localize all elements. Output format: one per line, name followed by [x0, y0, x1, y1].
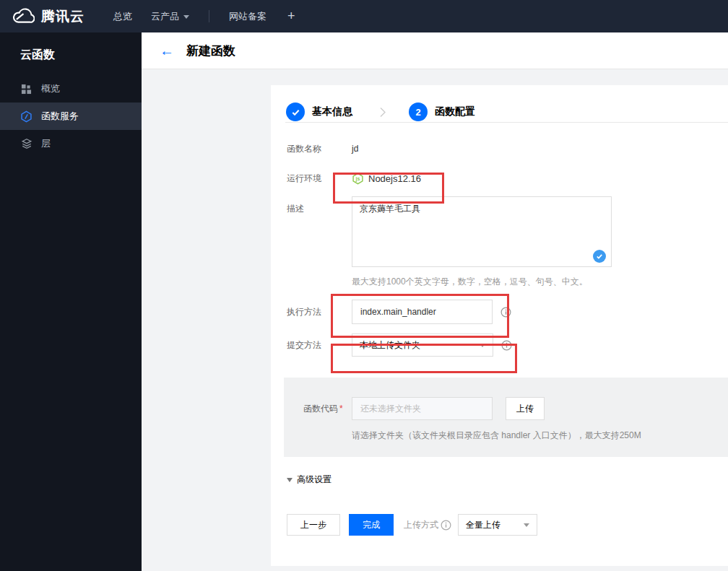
- sidebar-item-layers[interactable]: 层: [0, 130, 142, 157]
- upload-mode-select[interactable]: 全量上传: [458, 514, 537, 536]
- submit-method-value: 本地上传文件夹: [360, 339, 420, 352]
- layers-icon: [20, 138, 32, 150]
- folder-path-input[interactable]: [352, 397, 493, 420]
- nav-item-website-record[interactable]: 网站备案: [229, 10, 266, 23]
- tencent-cloud-logo-icon: [11, 8, 35, 25]
- handler-label: 执行方法: [287, 306, 352, 318]
- sidebar-item-label: 层: [41, 137, 51, 150]
- chevron-down-icon: [480, 344, 485, 347]
- function-name-value: jd: [352, 144, 358, 154]
- step1-label: 基本信息: [312, 105, 352, 118]
- function-code-hint: 请选择文件夹（该文件夹根目录应包含 handler 入口文件），最大支持250M: [352, 430, 708, 442]
- navbar-divider: [209, 10, 209, 22]
- advanced-settings-toggle[interactable]: 高级设置: [287, 474, 728, 486]
- handler-row: 执行方法: [271, 299, 728, 325]
- description-wrap: 京东薅羊毛工具: [352, 196, 612, 270]
- back-arrow-icon[interactable]: ←: [160, 43, 174, 58]
- page-title: 新建函数: [186, 43, 235, 59]
- nodejs-icon: js: [352, 173, 364, 185]
- sidebar-item-label: 函数服务: [41, 110, 79, 123]
- tencent-cloud-brand[interactable]: 腾讯云: [0, 7, 92, 26]
- function-code-section: 函数代码* 上传 请选择文件夹（该文件夹根目录应包含 handler 入口文件）…: [284, 378, 728, 457]
- description-row: 描述 京东薅羊毛工具: [271, 196, 728, 270]
- info-icon[interactable]: [501, 340, 512, 351]
- create-function-card: 基本信息 2 函数配置 函数名称 jd 运行环境 js Nodejs12.16: [271, 85, 728, 566]
- sidebar-item-overview[interactable]: 概览: [0, 75, 142, 103]
- upload-button[interactable]: 上传: [506, 397, 545, 420]
- description-label: 描述: [287, 196, 352, 215]
- svg-text:js: js: [355, 176, 360, 182]
- triangle-down-icon: [287, 478, 292, 482]
- sidebar-item-function-service[interactable]: 函数服务: [0, 103, 142, 130]
- wizard-steps: 基本信息 2 函数配置: [271, 85, 728, 122]
- info-icon[interactable]: [500, 307, 511, 318]
- sidebar-title: 云函数: [0, 32, 142, 75]
- brand-name: 腾讯云: [41, 7, 84, 26]
- advanced-settings-label: 高级设置: [297, 474, 332, 486]
- required-asterisk: *: [339, 404, 343, 414]
- previous-step-button[interactable]: 上一步: [287, 514, 340, 536]
- add-tab-button[interactable]: +: [287, 9, 295, 24]
- function-code-row: 函数代码* 上传: [303, 397, 728, 420]
- finish-button[interactable]: 完成: [349, 514, 394, 536]
- nav-item-cloud-products[interactable]: 云产品: [151, 10, 189, 23]
- function-code-label: 函数代码*: [303, 403, 352, 415]
- chevron-down-icon: [183, 15, 189, 19]
- chevron-right-icon: [378, 106, 387, 118]
- step2-label: 函数配置: [435, 105, 475, 118]
- submit-method-select[interactable]: 本地上传文件夹: [352, 334, 493, 357]
- description-hint: 最大支持1000个英文字母，数字，空格，逗号、句号、中文。: [352, 276, 728, 288]
- top-navbar: 腾讯云 总览 云产品 网站备案 +: [0, 0, 728, 32]
- function-name-label: 函数名称: [287, 143, 352, 155]
- navbar-menu: 总览 云产品 网站备案 +: [104, 9, 295, 24]
- step1-check-icon: [286, 103, 305, 121]
- submit-method-label: 提交方法: [287, 339, 352, 352]
- function-hexagon-icon: [20, 110, 32, 123]
- runtime-value: js Nodejs12.16: [352, 173, 421, 185]
- upload-mode-label: 上传方式: [404, 519, 451, 531]
- info-icon[interactable]: [441, 520, 451, 531]
- footer-actions: 上一步 完成 上传方式 全量上传: [287, 514, 728, 536]
- function-name-row: 函数名称 jd: [271, 141, 728, 156]
- chevron-down-icon: [524, 523, 529, 527]
- description-textarea[interactable]: 京东薅羊毛工具: [352, 196, 612, 267]
- sidebar: 云函数 概览 函数服务 层: [0, 32, 142, 571]
- runtime-row: 运行环境 js Nodejs12.16: [271, 166, 728, 191]
- page-header: ← 新建函数: [142, 32, 728, 69]
- step2-number: 2: [409, 103, 428, 121]
- main-content: ← 新建函数 基本信息 2 函数配置 函数名称 jd 运行环境: [142, 32, 728, 571]
- upload-mode-value: 全量上传: [466, 519, 500, 531]
- valid-check-icon: [593, 250, 606, 263]
- runtime-label: 运行环境: [287, 173, 352, 185]
- steps-divider: [285, 122, 728, 123]
- grid-icon: [20, 83, 32, 95]
- submit-method-row: 提交方法 本地上传文件夹: [271, 333, 728, 357]
- nav-item-overview[interactable]: 总览: [113, 10, 132, 23]
- sidebar-item-label: 概览: [41, 82, 60, 95]
- handler-input[interactable]: [352, 300, 493, 324]
